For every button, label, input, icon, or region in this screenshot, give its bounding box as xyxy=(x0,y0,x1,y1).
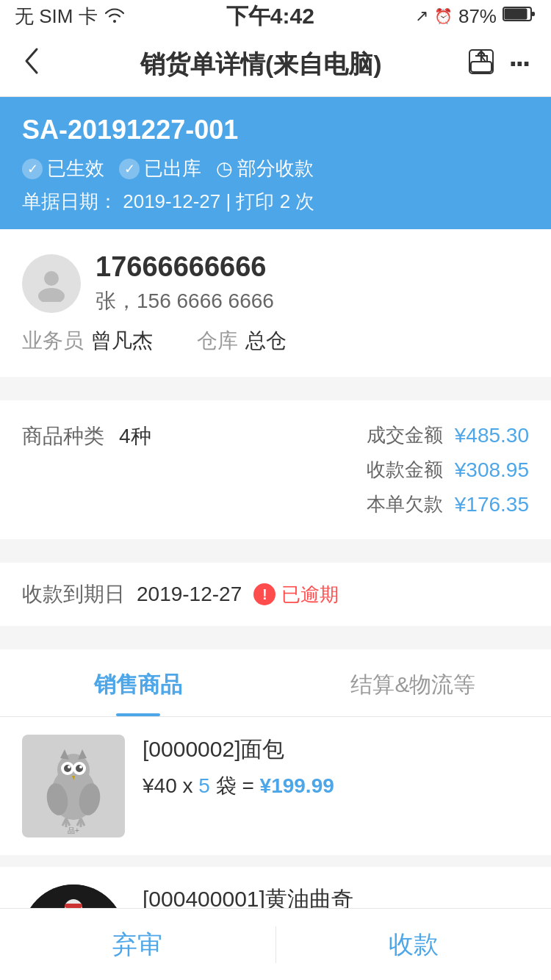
tab-settlement[interactable]: 结算&物流等 xyxy=(276,649,551,716)
product-qty-1: 5 xyxy=(198,774,210,797)
more-icon[interactable]: ··· xyxy=(509,48,529,81)
tab-sales-products[interactable]: 销售商品 xyxy=(0,649,276,716)
nav-actions: ··· xyxy=(468,48,529,81)
product-unit-1: 袋 xyxy=(216,774,237,797)
nav-bar: 销货单详情(来自电脑) ··· xyxy=(0,32,551,97)
stats-right: 成交金额 ¥485.30 收款金额 ¥308.95 本单欠款 ¥176.35 xyxy=(367,422,529,517)
product-info-1: [0000002]面包 ¥40 x 5 袋 = ¥199.99 xyxy=(143,735,529,800)
warehouse-item: 仓库 总仓 xyxy=(197,327,287,355)
order-id: SA-20191227-001 xyxy=(22,115,529,145)
product-type-count: 4种 xyxy=(119,422,151,450)
print-count: 2 xyxy=(280,190,290,212)
debt-amount: ¥176.35 xyxy=(455,493,529,516)
status-left: 无 SIM 卡 xyxy=(15,4,126,29)
svg-rect-4 xyxy=(471,62,491,72)
svg-point-5 xyxy=(44,271,59,286)
customer-details-row: 业务员 曾凡杰 仓库 总仓 xyxy=(22,327,529,355)
salesperson-item: 业务员 曾凡杰 xyxy=(22,327,153,355)
order-date-row: 单据日期： 2019-12-27 | 打印 2 次 xyxy=(22,189,529,215)
status-effective: ✓ 已生效 xyxy=(22,156,104,181)
overdue-badge: ! 已逾期 xyxy=(253,582,339,608)
due-date-value: 2019-12-27 xyxy=(137,583,242,606)
svg-point-16 xyxy=(68,765,71,768)
customer-phone: 17666666666 xyxy=(96,251,274,283)
status-partial-payment: ◷ 部分收款 xyxy=(216,156,314,181)
deal-amount-line: 成交金额 ¥485.30 xyxy=(367,422,529,448)
customer-name-phone: 张，156 6666 6666 xyxy=(96,287,274,315)
pay-label: 收款金额 xyxy=(367,457,443,483)
product-item-1: 品+ [0000002]面包 ¥40 x 5 袋 = ¥199.99 xyxy=(0,717,551,855)
status-bar: 无 SIM 卡 下午4:42 ↗ ⏰ 87% xyxy=(0,0,551,32)
order-header-banner: SA-20191227-001 ✓ 已生效 ✓ 已出库 ◷ 部分收款 单据日期：… xyxy=(0,97,551,229)
svg-point-14 xyxy=(64,765,71,772)
customer-main-row: 17666666666 张，156 6666 6666 xyxy=(22,251,529,315)
bottom-bar: 弃审 收款 xyxy=(0,908,551,980)
svg-point-17 xyxy=(79,765,82,768)
status-shipped: ✓ 已出库 xyxy=(119,156,201,181)
cancel-button[interactable]: 弃审 xyxy=(0,928,276,962)
svg-point-6 xyxy=(38,288,65,302)
svg-rect-1 xyxy=(531,12,535,16)
print-unit: 次 xyxy=(295,190,314,212)
product-price-value-1: ¥40 xyxy=(143,774,177,797)
check-icon-1: ✓ xyxy=(22,159,43,179)
svg-rect-2 xyxy=(504,8,527,19)
time-display: 下午4:42 xyxy=(226,1,314,32)
deal-amount: ¥485.30 xyxy=(455,424,529,447)
back-button[interactable] xyxy=(22,46,54,82)
warehouse-label: 仓库 xyxy=(197,327,238,355)
tabs-row: 销售商品 结算&物流等 xyxy=(0,649,551,716)
stats-row: 商品种类 4种 成交金额 ¥485.30 收款金额 ¥308.95 本单欠款 ¥… xyxy=(22,422,529,517)
clock-icon: ◷ xyxy=(216,157,233,180)
customer-avatar xyxy=(22,254,81,313)
share-icon[interactable] xyxy=(468,48,494,80)
location-icon: ↗ xyxy=(415,7,428,26)
date-value: 2019-12-27 xyxy=(123,190,220,212)
page-title: 销货单详情(来自电脑) xyxy=(54,48,468,82)
due-date-section: 收款到期日 2019-12-27 ! 已逾期 xyxy=(0,563,551,626)
battery-icon xyxy=(503,5,536,28)
check-icon-2: ✓ xyxy=(119,159,140,179)
separator-1 xyxy=(0,389,551,400)
status-right: ↗ ⏰ 87% xyxy=(415,5,536,28)
svg-text:品+: 品+ xyxy=(68,826,79,835)
confirm-button[interactable]: 收款 xyxy=(276,928,552,962)
stats-section: 商品种类 4种 成交金额 ¥485.30 收款金额 ¥308.95 本单欠款 ¥… xyxy=(0,400,551,539)
warehouse-value: 总仓 xyxy=(245,327,287,355)
product-type-label: 商品种类 xyxy=(22,422,104,450)
separator-2 xyxy=(0,551,551,563)
due-label: 收款到期日 xyxy=(22,580,125,608)
overdue-text: 已逾期 xyxy=(281,582,339,608)
product-name-1: [0000002]面包 xyxy=(143,735,529,765)
carrier-text: 无 SIM 卡 xyxy=(15,4,98,29)
debt-label: 本单欠款 xyxy=(367,491,443,517)
pay-amount: ¥308.95 xyxy=(455,458,529,482)
tabs-section: 销售商品 结算&物流等 xyxy=(0,649,551,717)
separator-3 xyxy=(0,638,551,649)
wifi-icon xyxy=(104,5,126,28)
product-price-multiply-1: x xyxy=(183,774,199,797)
customer-section: 17666666666 张，156 6666 6666 业务员 曾凡杰 仓库 总… xyxy=(0,229,551,377)
deal-label: 成交金额 xyxy=(367,422,443,448)
date-label: 单据日期： xyxy=(22,190,118,212)
alarm-icon: ⏰ xyxy=(434,7,453,25)
print-label: | 打印 xyxy=(226,190,274,212)
order-status-row: ✓ 已生效 ✓ 已出库 ◷ 部分收款 xyxy=(22,156,529,181)
overdue-icon: ! xyxy=(253,583,276,605)
product-total-1: ¥199.99 xyxy=(260,774,334,797)
debt-amount-line: 本单欠款 ¥176.35 xyxy=(367,491,529,517)
product-equals-1: = xyxy=(242,774,259,797)
svg-point-15 xyxy=(76,765,83,772)
battery-text: 87% xyxy=(458,5,497,28)
salesperson-label: 业务员 xyxy=(22,327,84,355)
stats-left: 商品种类 4种 xyxy=(22,422,151,450)
customer-info: 17666666666 张，156 6666 6666 xyxy=(96,251,274,315)
salesperson-value: 曾凡杰 xyxy=(91,327,153,355)
product-price-1: ¥40 x 5 袋 = ¥199.99 xyxy=(143,772,529,800)
pay-amount-line: 收款金额 ¥308.95 xyxy=(367,457,529,483)
product-thumb-1: 品+ xyxy=(22,735,125,837)
